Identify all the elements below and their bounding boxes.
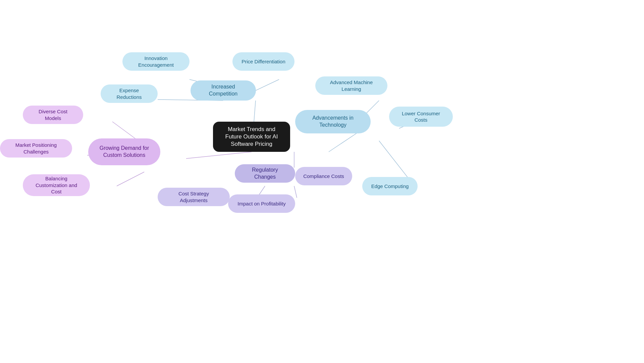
node-advanced-ml: Advanced Machine Learning (315, 76, 387, 95)
node-advancements-tech: Advancements in Technology (295, 110, 371, 133)
node-price-differentiation: Price Differentiation (232, 52, 294, 71)
node-regulatory-changes: Regulatory Changes (235, 164, 295, 183)
node-balancing-customization: Balancing Customization and Cost (23, 174, 90, 196)
svg-line-7 (117, 172, 144, 186)
node-compliance-costs: Compliance Costs (295, 167, 352, 185)
node-lower-consumer-costs: Lower Consumer Costs (389, 107, 453, 127)
node-market-positioning: Market Positioning Challenges (0, 139, 72, 158)
node-diverse-cost-models: Diverse Cost Models (23, 106, 83, 124)
node-impact-profitability: Impact on Profitability (228, 194, 295, 213)
svg-line-2 (256, 79, 279, 90)
node-edge-computing: Edge Computing (362, 177, 418, 195)
center-node: Market Trends and Future Outlook for AI … (213, 122, 290, 152)
node-expense-reductions: Expense Reductions (101, 84, 158, 103)
node-cost-strategy: Cost Strategy Adjustments (158, 188, 230, 206)
svg-line-4 (186, 152, 252, 159)
node-increased-competition: Increased Competition (191, 80, 256, 101)
node-innovation-encouragement: Innovation Encouragement (122, 52, 190, 71)
svg-line-15 (294, 186, 297, 198)
node-growing-demand: Growing Demand for Custom Solutions (88, 138, 160, 165)
